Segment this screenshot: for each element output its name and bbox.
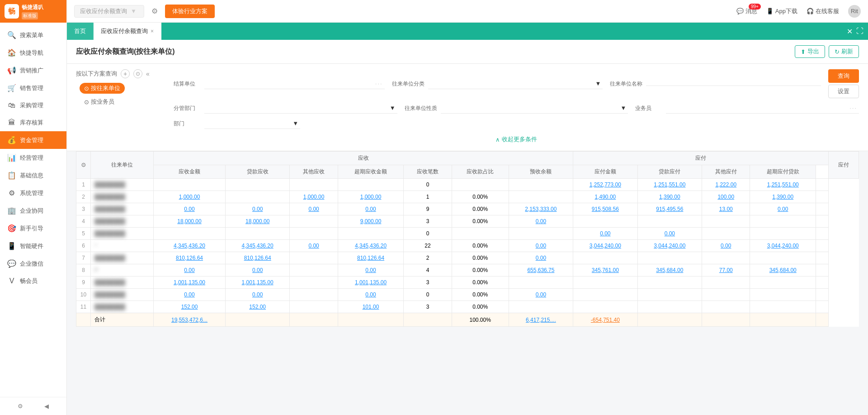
ap_loan-cell[interactable]: 0.00	[637, 228, 702, 240]
ar_amount-cell[interactable]: 1,000.00	[154, 191, 226, 203]
footer-ar-amount[interactable]: 19,553,472,6...	[154, 313, 226, 327]
ar_amount-cell[interactable]: 0.00	[154, 289, 226, 301]
message-button[interactable]: 💬 消息 99+	[736, 7, 757, 15]
ap_amount-cell[interactable]: 0.00	[573, 228, 637, 240]
ar_prepay-cell[interactable]: 0.00	[509, 289, 573, 301]
ar_overdue-cell[interactable]: 4,345,436.20	[338, 240, 404, 252]
ar_amount-cell[interactable]: 1,001,135.00	[154, 277, 226, 289]
ap_loan-cell[interactable]: 1,390.00	[637, 191, 702, 203]
tab-close-window-button[interactable]: ✕	[847, 27, 853, 36]
ap_other-cell[interactable]: 0.00	[702, 240, 750, 252]
ar_overdue-cell[interactable]: 9,000.00	[338, 215, 404, 228]
ar_overdue-cell[interactable]: 810,126.64	[338, 252, 404, 264]
tab-maximize-button[interactable]: ⛶	[856, 27, 863, 35]
ap_overdue-cell[interactable]: 0.00	[750, 203, 816, 215]
ar_loan-cell[interactable]: 0.00	[225, 289, 289, 301]
filter-settings-button[interactable]: ⊙	[133, 69, 142, 78]
online-service-button[interactable]: 🎧 在线客服	[807, 7, 839, 15]
scheme-option-1[interactable]: ⊙ 按往来单位	[80, 83, 166, 94]
collapse-more-button[interactable]: ∧ 收起更多条件	[174, 134, 859, 145]
settlement-unit-input[interactable]: ···	[204, 78, 385, 89]
setting-button[interactable]: 设置	[828, 85, 859, 98]
sidebar-item-sales[interactable]: 🛒 销售管理	[0, 79, 66, 97]
ar_loan-cell[interactable]: 18,000.00	[225, 215, 289, 228]
dept-manager-select[interactable]: ▼	[204, 103, 397, 114]
ap_overdue-cell[interactable]: 1,390.00	[750, 191, 816, 203]
dept-select[interactable]: ▼	[204, 118, 300, 129]
promo-button[interactable]: 体验行业方案	[165, 5, 215, 18]
partner-name-input[interactable]	[646, 82, 821, 86]
sidebar-item-guide[interactable]: 🎯 新手引导	[0, 219, 66, 237]
sidebar-item-system[interactable]: ⚙ 系统管理	[0, 184, 66, 202]
sidebar-item-basic[interactable]: 📋 基础信息	[0, 167, 66, 184]
tab-ar-ap[interactable]: 应收应付余额查询 ×	[94, 23, 161, 40]
ar_amount-cell[interactable]: 0.00	[154, 203, 226, 215]
ar_amount-cell[interactable]: 4,345,436.20	[154, 240, 226, 252]
ar_amount-cell[interactable]: 810,126.64	[154, 252, 226, 264]
topbar-gear-icon[interactable]: ⚙	[150, 5, 160, 17]
ar_overdue-cell[interactable]: 1,001,135.00	[338, 277, 404, 289]
table-settings-icon[interactable]: ⚙	[81, 162, 86, 168]
ap_other-cell[interactable]: 77.00	[702, 264, 750, 277]
sidebar-item-hardware[interactable]: 📱 智能硬件	[0, 237, 66, 255]
partner-nature-select[interactable]: ▼	[441, 103, 628, 114]
scheme-option-2[interactable]: ⊙ 按业务员	[80, 96, 166, 107]
ar_other-cell[interactable]: 1,000.00	[290, 191, 338, 203]
user-avatar[interactable]: Rit	[848, 5, 861, 18]
filter-collapse-icon[interactable]: «	[146, 70, 150, 77]
ap_overdue-cell[interactable]: 345,684.00	[750, 264, 816, 277]
ar_prepay-cell[interactable]: 2,153,333.00	[509, 203, 573, 215]
ap_amount-cell[interactable]: 915,508.56	[573, 203, 637, 215]
ar_other-cell[interactable]: 0.00	[290, 203, 338, 215]
footer-ap-amount[interactable]: -654,751.40	[573, 313, 637, 327]
ar_loan-cell[interactable]: 4,345,436.20	[225, 240, 289, 252]
refresh-button[interactable]: ↻ 刷新	[829, 45, 859, 58]
ap_other-cell[interactable]: 100.00	[702, 191, 750, 203]
sidebar-item-operation[interactable]: 📊 经营管理	[0, 149, 66, 167]
ar_prepay-cell[interactable]: 0.00	[509, 240, 573, 252]
sidebar-item-marketing[interactable]: 📢 营销推广	[0, 62, 66, 79]
ar_overdue-cell[interactable]: 1,000.00	[338, 191, 404, 203]
ap_loan-cell[interactable]: 345,684.00	[637, 264, 702, 277]
ar_loan-cell[interactable]: 152.00	[225, 301, 289, 313]
ar_overdue-cell[interactable]: 0.00	[338, 264, 404, 277]
ar_loan-cell[interactable]: 810,126.64	[225, 252, 289, 264]
ar_amount-cell[interactable]: 152.00	[154, 301, 226, 313]
sidebar-item-search[interactable]: 🔍 搜索菜单	[0, 26, 66, 44]
ar_loan-cell[interactable]: 0.00	[225, 264, 289, 277]
ap_amount-cell[interactable]: 345,761.00	[573, 264, 637, 277]
sidebar-item-vip[interactable]: V 畅会员	[0, 272, 66, 290]
footer-ar-prepay[interactable]: 6,417,215....	[509, 313, 573, 327]
ap_loan-cell[interactable]: 3,044,240.00	[637, 240, 702, 252]
ar_overdue-cell[interactable]: 0.00	[338, 289, 404, 301]
ap_amount-cell[interactable]: 1,490.00	[573, 191, 637, 203]
ar_loan-cell[interactable]: 1,001,135.00	[225, 277, 289, 289]
sidebar-item-wechat[interactable]: 💬 企业微信	[0, 255, 66, 272]
tab-home[interactable]: 首页	[67, 23, 94, 40]
ap_loan-cell[interactable]: 915,495.56	[637, 203, 702, 215]
ap_other-cell[interactable]: 13.00	[702, 203, 750, 215]
ar_amount-cell[interactable]: 18,000.00	[154, 215, 226, 228]
query-button[interactable]: 查询	[828, 69, 859, 83]
ar_prepay-cell[interactable]: 0.00	[509, 215, 573, 228]
ar_overdue-cell[interactable]: 101.00	[338, 301, 404, 313]
col-settings-header[interactable]: ⚙	[76, 152, 91, 179]
sidebar-item-finance[interactable]: 💰 资金管理	[0, 131, 66, 149]
ap_loan-cell[interactable]: 1,251,551.00	[637, 179, 702, 191]
ar_other-cell[interactable]: 0.00	[290, 240, 338, 252]
tab-close-icon[interactable]: ×	[151, 28, 154, 34]
ap_amount-cell[interactable]: 1,252,773.00	[573, 179, 637, 191]
ar_overdue-cell[interactable]: 0.00	[338, 203, 404, 215]
ap_overdue-cell[interactable]: 1,251,551.00	[750, 179, 816, 191]
filter-add-button[interactable]: +	[121, 69, 130, 78]
sidebar-collapse-icon[interactable]: ◀	[44, 403, 49, 410]
ar_amount-cell[interactable]: 0.00	[154, 264, 226, 277]
ap_amount-cell[interactable]: 3,044,240.00	[573, 240, 637, 252]
partner-category-select[interactable]: ▼	[428, 78, 603, 89]
ar_prepay-cell[interactable]: 0.00	[509, 252, 573, 264]
export-button[interactable]: ⬆ 导出	[795, 45, 825, 58]
sidebar-item-quick[interactable]: 🏠 快捷导航	[0, 44, 66, 62]
ap_overdue-cell[interactable]: 3,044,240.00	[750, 240, 816, 252]
sidebar-item-inventory[interactable]: 🏛 库存核算	[0, 114, 66, 131]
sidebar-settings-icon[interactable]: ⚙	[18, 403, 23, 410]
